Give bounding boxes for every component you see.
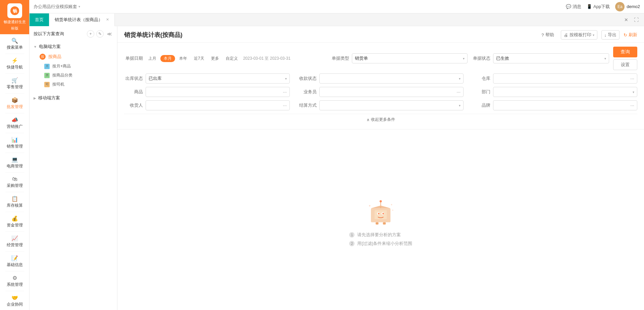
user-menu[interactable]: Ea demo2 <box>615 2 640 11</box>
print-button[interactable]: 🖨 按模板打印 ▾ <box>561 30 597 40</box>
doc-status-value: 已生效 <box>496 55 509 61</box>
pc-group-arrow-icon: ▼ <box>34 45 37 49</box>
sales-input[interactable]: ··· <box>319 87 464 97</box>
product-dots-icon[interactable]: ··· <box>283 89 287 95</box>
query-button[interactable]: 查询 <box>613 47 637 57</box>
date-label: 单据日期 <box>124 55 143 61</box>
sidebar-item-retail[interactable]: 🛒 零售管理 <box>5 74 24 94</box>
tab-report[interactable]: 销货单统计表（按商品） ✕ <box>49 13 115 26</box>
filter-row-1: 单据日期 上月 本月 本年 近7天 更多 自定义 2023-03-01 至 20… <box>124 47 637 70</box>
app-logo[interactable]: 畅 畅捷通好生意 标版 <box>0 0 29 34</box>
warehouse-dots-icon[interactable]: ··· <box>630 76 634 81</box>
scheme-item-by-month-product[interactable]: 月 按月+商品 <box>30 62 117 71</box>
scheme-item-by-product[interactable]: 按 按商品 <box>30 52 117 62</box>
close-tab-icon[interactable]: ✕ <box>106 17 109 22</box>
sales-dots-icon[interactable]: ··· <box>457 89 461 95</box>
by-driver-label: 按司机 <box>52 82 64 87</box>
doc-status-select[interactable]: 已生效 ▾ <box>493 53 609 63</box>
quick-icon: ⚡ <box>11 57 18 64</box>
settings-button[interactable]: 设置 <box>613 59 637 70</box>
sidebar-item-basic[interactable]: 📝 基础信息 <box>5 252 24 271</box>
maximize-window-icon[interactable]: ⛶ <box>633 16 640 23</box>
date-tab-last-month[interactable]: 上月 <box>146 55 159 62</box>
help-button[interactable]: ? 帮助 <box>539 31 556 39</box>
consignee-dots-icon[interactable]: ··· <box>283 103 287 108</box>
date-tab-more[interactable]: 更多 <box>208 55 222 62</box>
scheme-item-by-category[interactable]: 类 按商品分类 <box>30 71 117 80</box>
sidebar-item-inventory[interactable]: 📋 库存核算 <box>5 192 24 212</box>
refresh-button[interactable]: ↻ 刷新 <box>624 32 637 38</box>
inventory-icon: 📋 <box>11 196 18 202</box>
finance-label: 资金管理 <box>7 222 23 228</box>
sidebar-item-system[interactable]: ⚙ 系统管理 <box>5 271 24 291</box>
date-tab-this-year[interactable]: 本年 <box>176 55 190 62</box>
by-driver-icon: 司 <box>44 82 50 87</box>
edit-scheme-button[interactable]: ✎ <box>96 30 104 38</box>
filter-row-3: 商品 ··· 业务员 ··· 部门 <box>124 87 637 97</box>
sidebar-item-ops[interactable]: 📈 经营管理 <box>5 232 24 252</box>
consignee-input[interactable]: ··· <box>146 100 290 110</box>
sidebar-item-ecom[interactable]: 💻 电商管理 <box>5 153 24 173</box>
date-tab-this-month[interactable]: 本月 <box>160 55 175 62</box>
empty-illustration: ✦ ✦ ✦ <box>364 193 397 226</box>
sidebar-item-search[interactable]: 🔍 搜索菜单 <box>5 34 24 54</box>
purchase-icon: 🛍 <box>12 176 17 182</box>
out-status-filter-field: 出库状态 已出库 ▾ <box>124 73 290 84</box>
empty-tip-2: 2 用[过滤]条件来缩小分析范围 <box>349 241 412 247</box>
pc-scheme-group-header[interactable]: ▼ 电脑端方案 <box>30 42 117 52</box>
doc-type-label: 单据类型 <box>330 55 349 61</box>
retail-icon: 🛒 <box>11 77 18 84</box>
collapse-scheme-button[interactable]: ≪ <box>106 30 113 38</box>
dept-select[interactable]: ▾ <box>493 87 637 97</box>
sidebar-item-quick[interactable]: ⚡ 快捷导航 <box>5 54 24 74</box>
tip-2-num: 2 <box>349 241 355 246</box>
product-input[interactable]: ··· <box>146 87 290 97</box>
brand-input[interactable]: ··· <box>493 100 637 110</box>
messages-button[interactable]: 💬 消息 <box>566 4 581 10</box>
out-status-arrow-icon: ▾ <box>285 77 287 81</box>
warehouse-input[interactable]: ··· <box>493 73 637 84</box>
quick-label: 快捷导航 <box>7 64 23 70</box>
date-filter-field: 单据日期 上月 本月 本年 近7天 更多 自定义 2023-03-01 至 20… <box>124 55 330 62</box>
date-tabs: 上月 本月 本年 近7天 更多 自定义 <box>146 55 240 62</box>
doc-type-arrow-icon: ▾ <box>463 57 465 60</box>
sidebar-item-wholesale[interactable]: 📦 批发管理 <box>5 94 24 113</box>
search-label: 搜索菜单 <box>7 45 23 50</box>
svg-rect-10 <box>376 222 378 225</box>
doc-status-filter-field: 单据状态 已生效 ▾ <box>472 53 609 63</box>
date-tab-7days[interactable]: 近7天 <box>191 55 207 62</box>
sidebar-item-sales[interactable]: 📊 销售管理 <box>5 133 24 153</box>
by-category-label: 按商品分类 <box>52 72 72 78</box>
out-status-select[interactable]: 已出库 ▾ <box>146 73 290 84</box>
sidebar-item-purchase[interactable]: 🛍 采购管理 <box>5 173 24 192</box>
payment-select[interactable]: ▾ <box>319 100 464 110</box>
tabbar-maximize-area: ✕ ⛶ <box>619 16 644 23</box>
home-tab-label: 首页 <box>35 17 44 23</box>
collapse-up-icon: ∧ <box>367 117 370 122</box>
print-label: 按模板打印 <box>570 32 591 38</box>
industry-title[interactable]: 办公用品行业模拟账套 ▾ <box>34 4 80 10</box>
message-icon: 💬 <box>566 4 571 9</box>
mobile-scheme-group-header[interactable]: ▶ 移动端方案 <box>30 93 117 103</box>
collapse-more-button[interactable]: ∧ 收起更多条件 <box>124 114 637 125</box>
add-scheme-button[interactable]: + <box>87 30 94 38</box>
app-download-button[interactable]: 📱 App下载 <box>587 4 610 10</box>
collect-status-arrow-icon: ▾ <box>459 77 461 81</box>
date-tab-custom[interactable]: 自定义 <box>223 55 240 62</box>
collect-status-filter-field: 收款状态 ▾ <box>298 73 464 84</box>
export-button[interactable]: ↓ 导出 <box>601 30 620 40</box>
sidebar-item-finance[interactable]: 💰 资金管理 <box>5 212 24 232</box>
brand-dots-icon[interactable]: ··· <box>630 103 634 108</box>
empty-state: ✦ ✦ ✦ 1 请先选择要分析的方案 2 用[过滤]条件来缩小分析范围 <box>117 130 644 310</box>
doc-type-select[interactable]: 销货单 ▾ <box>352 53 468 63</box>
sidebar-item-corp[interactable]: 🤝 企业协同 <box>5 291 24 310</box>
collect-status-select[interactable]: ▾ <box>319 73 464 84</box>
scheme-item-by-driver[interactable]: 司 按司机 <box>30 80 117 89</box>
tab-home[interactable]: 首页 <box>30 13 49 26</box>
close-window-icon[interactable]: ✕ <box>623 16 630 23</box>
out-status-value: 已出库 <box>149 75 162 82</box>
sidebar-item-marketing[interactable]: 📣 营销推广 <box>5 113 24 133</box>
print-icon: 🖨 <box>564 33 568 38</box>
app-download-label: App下载 <box>593 4 610 10</box>
pc-scheme-group: ▼ 电脑端方案 按 按商品 月 按月+商品 类 按商品分类 司 按司机 <box>30 40 117 90</box>
